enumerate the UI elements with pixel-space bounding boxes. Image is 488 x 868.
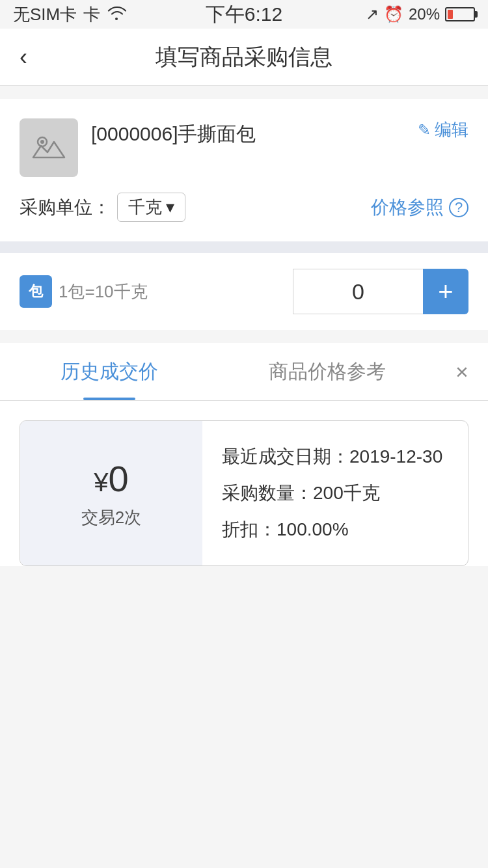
unit-selector[interactable]: 千克 ▾ bbox=[117, 193, 185, 222]
edit-button[interactable]: ✎ 编辑 bbox=[418, 118, 468, 141]
product-footer: 采购单位： 千克 ▾ 价格参照 ? bbox=[20, 193, 468, 222]
tab-history-price-label: 历史成交价 bbox=[61, 359, 158, 385]
tab-close-button[interactable]: × bbox=[436, 343, 488, 400]
price-ref-card: ¥0 交易2次 最近成交日期：2019-12-30 采购数量：200千克 折扣：… bbox=[20, 420, 468, 566]
tab-price-reference-label: 商品价格参考 bbox=[269, 359, 386, 385]
alarm-icon: ⏰ bbox=[384, 5, 403, 23]
quantity-row: 包 1包=10千克 0 + bbox=[0, 253, 488, 330]
help-icon: ? bbox=[449, 198, 468, 217]
discount-row: 折扣：100.00% bbox=[222, 517, 448, 542]
page-title: 填写商品采购信息 bbox=[156, 42, 332, 72]
tabs-section: 历史成交价 商品价格参考 × ¥0 交易2次 最近成交日期：2019-12-30… bbox=[0, 343, 488, 566]
battery-icon bbox=[445, 7, 475, 21]
purchase-quantity-label: 采购数量： bbox=[222, 483, 313, 503]
product-name: [0000006]手撕面包 bbox=[91, 118, 256, 148]
price-amount: ¥0 bbox=[94, 457, 128, 500]
price-value: 0 bbox=[109, 458, 129, 499]
recent-date-label: 最近成交日期： bbox=[222, 446, 349, 467]
price-left-panel: ¥0 交易2次 bbox=[20, 421, 202, 565]
price-trades: 交易2次 bbox=[81, 506, 141, 529]
status-bar: 无SIM卡 卡 下午6:12 ↗ ⏰ 20% bbox=[0, 0, 488, 29]
carrier-text: 无SIM卡 bbox=[13, 3, 77, 26]
product-thumbnail bbox=[20, 118, 78, 177]
unit-badge: 包 bbox=[20, 275, 52, 308]
tab-price-reference[interactable]: 商品价格参考 bbox=[218, 343, 436, 400]
quantity-input[interactable]: 0 bbox=[293, 269, 423, 314]
quantity-unit-info: 包 1包=10千克 bbox=[20, 275, 148, 308]
purchase-quantity-value: 200千克 bbox=[313, 483, 380, 503]
product-card: [0000006]手撕面包 ✎ 编辑 采购单位： 千克 ▾ 价格参照 ? bbox=[0, 99, 488, 241]
discount-label: 折扣： bbox=[222, 519, 277, 539]
quantity-plus-button[interactable]: + bbox=[423, 269, 468, 314]
status-left: 无SIM卡 卡 bbox=[13, 3, 126, 26]
edit-label: 编辑 bbox=[435, 118, 468, 141]
thumbnail-icon bbox=[31, 128, 67, 169]
svg-point-1 bbox=[40, 140, 44, 144]
edit-icon: ✎ bbox=[418, 121, 431, 139]
sim-text: 卡 bbox=[83, 3, 100, 26]
dropdown-arrow-icon: ▾ bbox=[166, 197, 174, 217]
recent-date-value: 2019-12-30 bbox=[349, 446, 442, 467]
back-button[interactable]: ‹ bbox=[20, 44, 27, 71]
quantity-value: 0 bbox=[352, 279, 364, 305]
purchase-unit: 采购单位： 千克 ▾ bbox=[20, 193, 185, 222]
tab-history-price[interactable]: 历史成交价 bbox=[0, 343, 218, 400]
product-info: [0000006]手撕面包 bbox=[20, 118, 418, 177]
main-content bbox=[0, 586, 488, 868]
price-ref-button[interactable]: 价格参照 ? bbox=[371, 195, 468, 220]
quantity-control: 0 + bbox=[293, 269, 468, 314]
status-time: 下午6:12 bbox=[206, 1, 282, 28]
product-header: [0000006]手撕面包 ✎ 编辑 bbox=[20, 118, 468, 177]
location-icon: ↗ bbox=[366, 5, 379, 23]
section-divider bbox=[0, 241, 488, 253]
unit-conversion: 1包=10千克 bbox=[59, 280, 148, 303]
currency-symbol: ¥ bbox=[94, 468, 108, 496]
price-ref-label: 价格参照 bbox=[371, 195, 444, 220]
wifi-icon bbox=[107, 5, 126, 25]
unit-label: 采购单位： bbox=[20, 195, 111, 220]
discount-value: 100.00% bbox=[277, 519, 349, 539]
tabs-header: 历史成交价 商品价格参考 × bbox=[0, 343, 488, 401]
nav-bar: ‹ 填写商品采购信息 bbox=[0, 29, 488, 86]
status-right: ↗ ⏰ 20% bbox=[366, 5, 475, 23]
recent-date-row: 最近成交日期：2019-12-30 bbox=[222, 444, 448, 469]
battery-percent: 20% bbox=[409, 5, 440, 23]
unit-value: 千克 bbox=[128, 196, 162, 219]
purchase-quantity-row: 采购数量：200千克 bbox=[222, 481, 448, 506]
price-right-panel: 最近成交日期：2019-12-30 采购数量：200千克 折扣：100.00% bbox=[202, 421, 468, 565]
